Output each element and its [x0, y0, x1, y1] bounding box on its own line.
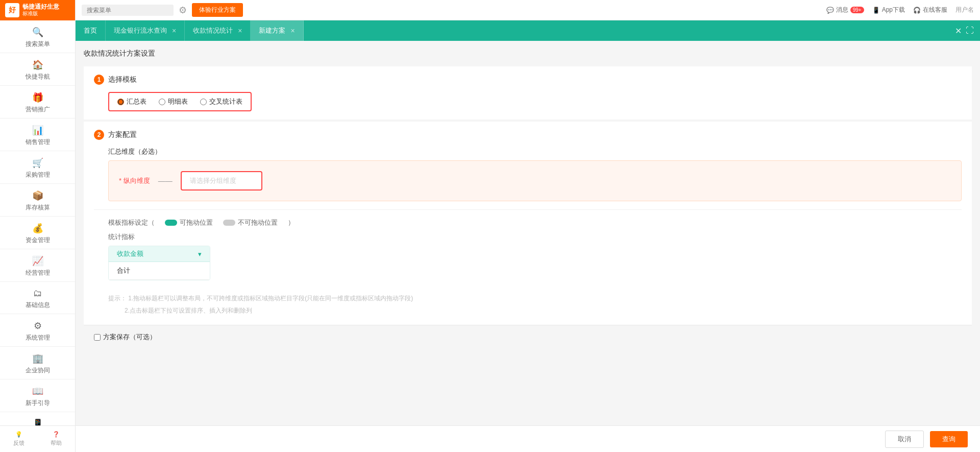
download-icon: 📱: [872, 7, 880, 14]
arrow-right-icon: ——: [158, 177, 173, 185]
sidebar-item-quick-nav[interactable]: 🏠 快捷导航: [0, 53, 75, 86]
dimension-label-text: 汇总维度（必选）: [108, 148, 161, 155]
tips-section: 提示： 1.拖动标题栏可以调整布局，不可跨维度或指标区域拖动栏目字段(只能在同一…: [94, 292, 962, 317]
metrics-table-header[interactable]: 收款金额 ▾: [109, 246, 210, 262]
radio-summary-input[interactable]: [117, 99, 124, 105]
app-name: 畅捷通好生意: [22, 3, 59, 10]
dimension-select[interactable]: 请选择分组维度: [181, 171, 262, 191]
radio-cross-label: 交叉统计表: [209, 97, 242, 106]
step1-title: 选择模板: [108, 75, 137, 84]
help-btn[interactable]: ❓ 帮助: [51, 431, 62, 447]
box-icon: 📦: [32, 190, 43, 201]
gear-icon: ⚙: [34, 320, 42, 331]
tab-expand-btn[interactable]: ⛶: [966, 26, 974, 35]
service-btn[interactable]: 🎧 在线客服: [913, 6, 947, 14]
gift-icon: 🎁: [32, 92, 43, 103]
metrics-section: 模板指标设定（ 可拖动位置 不可拖动位置 ） 统计指标 收款金额 ▾: [94, 209, 962, 282]
plan-save-label[interactable]: 方案保存（可选）: [94, 332, 156, 342]
sidebar-footer: 💡 反馈 ❓ 帮助: [0, 425, 75, 452]
template-options: 汇总表 明细表 交叉统计表: [108, 92, 252, 111]
tab-receipt-stat-close[interactable]: ×: [238, 27, 242, 35]
radio-summary-label: 汇总表: [127, 97, 146, 106]
radio-detail-input[interactable]: [159, 99, 165, 105]
metrics-dropdown-icon[interactable]: ▾: [198, 250, 202, 258]
tab-home-label: 首页: [84, 26, 97, 35]
tab-bar: 首页 现金银行流水查询 × 收款情况统计 × 新建方案 × ✕ ⛶: [76, 20, 980, 41]
tab-bank-flow[interactable]: 现金银行流水查询 ×: [106, 20, 185, 41]
sidebar-item-inventory[interactable]: 📦 库存核算: [0, 184, 75, 217]
feedback-icon: 💡: [15, 431, 22, 438]
sidebar-item-basic-info[interactable]: 🗂 基础信息: [0, 282, 75, 314]
stats-label: 统计指标: [108, 232, 962, 242]
dimension-config: 汇总维度（必选） * 纵向维度 —— 请选择分组维度: [94, 147, 962, 201]
download-btn[interactable]: 📱 App下载: [872, 6, 905, 14]
radio-detail[interactable]: 明细表: [159, 97, 188, 106]
notification-btn[interactable]: 💬 消息 99+: [826, 6, 864, 14]
sidebar-label-enterprise: 企业协同: [26, 366, 50, 375]
cancel-button[interactable]: 取消: [885, 431, 924, 448]
dimension-select-placeholder: 请选择分组维度: [190, 177, 236, 184]
sidebar-label-purchase: 采购管理: [26, 171, 50, 179]
tab-receipt-stat[interactable]: 收款情况统计 ×: [185, 20, 251, 41]
dimension-area: * 纵向维度 —— 请选择分组维度: [108, 160, 962, 201]
trend-icon: 📈: [32, 255, 43, 267]
metrics-header-text: 收款金额: [117, 249, 143, 258]
radio-summary[interactable]: 汇总表: [117, 97, 146, 106]
tab-home[interactable]: 首页: [76, 20, 106, 41]
logo-icon: 好: [5, 3, 19, 17]
sidebar-label-inventory: 库存核算: [26, 203, 50, 212]
draggable-badge: 可拖动位置: [165, 218, 213, 227]
notification-badge: 99+: [850, 7, 864, 13]
phone-icon: 📱: [32, 418, 43, 425]
sidebar-item-search[interactable]: 🔍 搜索菜单: [0, 20, 75, 53]
step1-section: 1 选择模板 汇总表 明细表 交叉统计表: [84, 66, 972, 120]
tab-receipt-stat-label: 收款情况统计: [193, 26, 233, 35]
sidebar-item-operation[interactable]: 📈 经营管理: [0, 249, 75, 282]
top-header: ⚙ 体验行业方案 💬 消息 99+ 📱 App下载 🎧 在线客服 用户名: [76, 0, 980, 20]
query-button[interactable]: 查询: [930, 431, 968, 447]
sidebar-item-purchase[interactable]: 🛒 采购管理: [0, 151, 75, 184]
feedback-label: 反馈: [13, 439, 24, 447]
metrics-settings-label: 模板指标设定（: [108, 218, 155, 227]
drag-indicator: [165, 220, 177, 226]
tip-item-2: 2.点击标题栏下拉可设置排序、插入列和删除列: [108, 304, 962, 317]
feedback-btn[interactable]: 💡 反馈: [13, 431, 24, 447]
plan-save-checkbox[interactable]: [94, 334, 101, 341]
sidebar-menu: 🔍 搜索菜单 🏠 快捷导航 🎁 营销推广 📊 销售管理 🛒 采购管理 📦 库存核…: [0, 20, 75, 425]
radio-cross-input[interactable]: [200, 99, 207, 105]
sidebar-item-guide[interactable]: 📖 新手引导: [0, 379, 75, 412]
plan-save-text: 方案保存（可选）: [103, 332, 156, 342]
trial-button[interactable]: 体验行业方案: [192, 3, 243, 17]
notification-icon: 💬: [826, 7, 834, 14]
sidebar-item-finance[interactable]: 💰 资金管理: [0, 217, 75, 249]
sidebar-item-sales[interactable]: 📊 销售管理: [0, 118, 75, 151]
tab-bar-actions: ✕ ⛶: [955, 20, 980, 41]
search-input[interactable]: [82, 5, 174, 16]
step1-header: 1 选择模板: [94, 75, 962, 85]
step2-header: 2 方案配置: [94, 130, 962, 140]
no-drag-indicator: [223, 220, 235, 226]
radio-cross[interactable]: 交叉统计表: [200, 97, 242, 106]
user-info: 用户名: [955, 6, 974, 14]
sidebar-item-marketing[interactable]: 🎁 营销推广: [0, 86, 75, 118]
tab-new-plan-label: 新建方案: [259, 26, 285, 35]
no-drag-label: 不可拖动位置: [238, 218, 278, 227]
bottom-bar: 取消 查询: [76, 425, 980, 452]
step2-number: 2: [94, 130, 104, 140]
settings-button[interactable]: ⚙: [179, 5, 187, 16]
metrics-row-text: 合计: [117, 267, 130, 274]
tab-new-plan-close[interactable]: ×: [290, 27, 295, 35]
sidebar-item-enterprise[interactable]: 🏢 企业协同: [0, 347, 75, 379]
sidebar-label-sales: 销售管理: [26, 138, 50, 147]
tab-bank-flow-close[interactable]: ×: [172, 27, 176, 35]
vertical-dimension-label: * 纵向维度: [119, 176, 150, 185]
sidebar-item-hardware[interactable]: 📱 智能硬件: [0, 412, 75, 425]
sidebar-label-guide: 新手引导: [26, 399, 50, 408]
book-icon: 📖: [32, 386, 43, 397]
tips-prefix: 提示：: [108, 295, 127, 302]
search-icon: 🔍: [32, 27, 43, 38]
tab-new-plan[interactable]: 新建方案 ×: [251, 20, 303, 41]
tab-close-all-btn[interactable]: ✕: [955, 26, 962, 36]
sidebar: 好 畅捷通好生意 标准版 🔍 搜索菜单 🏠 快捷导航 🎁 营销推广 📊 销售管理…: [0, 0, 76, 452]
sidebar-item-system[interactable]: ⚙ 系统管理: [0, 314, 75, 347]
